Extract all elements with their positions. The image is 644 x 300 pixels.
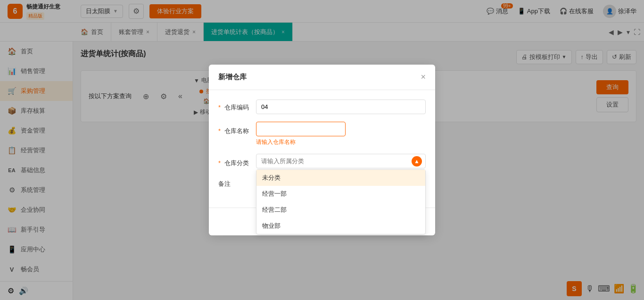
required-star: * [218,159,221,167]
remark-label: 备注 [218,176,256,188]
warehouse-name-input-row: * 仓库名称 [218,122,346,136]
modal-title: 新增仓库 [218,73,247,82]
warehouse-modal: 新增仓库 × * 仓库编码 * 仓库名称 [209,65,435,235]
modal-close-button[interactable]: × [421,72,426,82]
warehouse-category-label: * 仓库分类 [218,155,256,167]
warehouse-name-input[interactable] [256,122,346,136]
warehouse-name-label: * 仓库名称 [218,123,256,135]
warehouse-code-input[interactable] [256,100,426,114]
category-arrow-icon[interactable]: ▲ [412,156,422,167]
modal-header: 新增仓库 × [209,65,435,90]
required-star: * [218,127,221,134]
warehouse-code-label: * 仓库编码 [218,100,256,112]
category-dropdown: 未分类 经营一部 经营二部 物业部 [256,169,426,234]
modal-overlay: 新增仓库 × * 仓库编码 * 仓库名称 [0,0,644,300]
warehouse-category-input[interactable] [256,154,426,168]
category-input-wrap: ▲ 未分类 经营一部 经营二部 物业部 [256,154,426,168]
warehouse-category-row: * 仓库分类 ▲ 未分类 经营一部 经营二部 物业部 [218,154,426,168]
warehouse-code-row: * 仓库编码 [218,100,426,114]
warehouse-name-error: 请输入仓库名称 [256,137,296,146]
dropdown-item-dept1[interactable]: 经营一部 [256,186,425,202]
dropdown-item-uncategorized[interactable]: 未分类 [256,170,425,186]
dropdown-item-dept2[interactable]: 经营二部 [256,202,425,218]
dropdown-item-dept3[interactable]: 物业部 [256,218,425,234]
modal-body: * 仓库编码 * 仓库名称 请输入仓库名称 [209,90,435,208]
required-star: * [218,104,221,111]
warehouse-name-row: * 仓库名称 请输入仓库名称 [218,122,426,146]
